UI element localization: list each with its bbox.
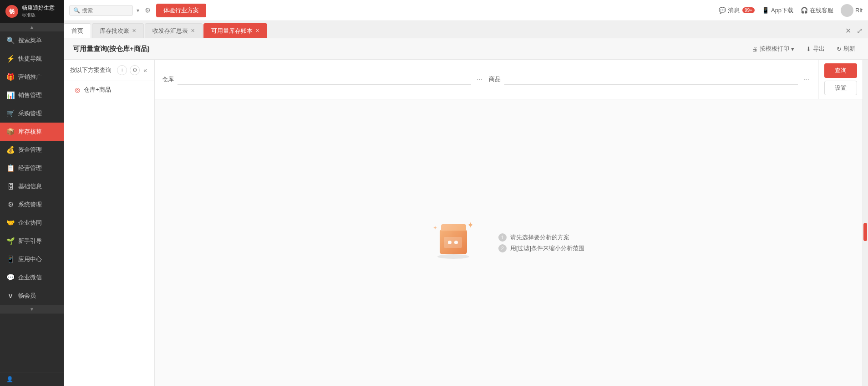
sidebar-item-basic[interactable]: 🗄 基础信息 <box>0 177 64 196</box>
hint-number-1: 1 <box>498 233 507 242</box>
sidebar-item-label: 销售管理 <box>18 91 42 99</box>
sidebar-item-search[interactable]: 🔍 搜索菜单 <box>0 31 64 50</box>
filter-item-warehouse-goods[interactable]: ◎ 仓库+商品 <box>64 81 154 98</box>
export-button[interactable]: ⬇ 导出 <box>802 43 828 55</box>
tab-expand-button[interactable]: ⤢ <box>855 26 864 36</box>
app-download-button[interactable]: 📱 App下载 <box>762 6 793 15</box>
sidebar-item-label: 采购管理 <box>18 109 42 118</box>
sidebar-footer: 👤 <box>0 372 64 386</box>
sidebar-item-purchase[interactable]: 🛒 采购管理 <box>0 104 64 123</box>
filters-right: 查询 设置 <box>818 60 863 99</box>
topbar-gear-icon[interactable]: ⚙ <box>143 5 152 16</box>
goods-input[interactable] <box>504 74 798 85</box>
tabs-bar: 首页 库存批次账 ✕ 收发存汇总表 ✕ 可用量库存账本 ✕ ✕ ⤢ <box>64 21 868 38</box>
tab-available-ledger-label: 可用量库存账本 <box>211 27 253 35</box>
export-label: 导出 <box>813 45 825 53</box>
newbie-icon: 🌱 <box>6 237 15 245</box>
tab-available-ledger[interactable]: 可用量库存账本 ✕ <box>203 23 267 38</box>
page-header-actions: 🖨 按模板打印 ▾ ⬇ 导出 ↻ 刷新 <box>748 43 859 55</box>
sidebar-subtitle: 标准版 <box>22 12 55 18</box>
sidebar-title: 畅康通好生意 <box>22 5 55 12</box>
warehouse-more-icon[interactable]: ··· <box>475 75 484 83</box>
tab-home-label: 首页 <box>71 27 83 35</box>
sidebar-item-label: 经营管理 <box>18 164 42 172</box>
add-scheme-button[interactable]: + <box>117 65 127 75</box>
print-button[interactable]: 🖨 按模板打印 ▾ <box>748 43 798 55</box>
settings-button[interactable]: 设置 <box>824 81 857 95</box>
sidebar-footer-icon: 👤 <box>6 376 13 382</box>
sidebar-item-label: 库存核算 <box>18 128 42 136</box>
sidebar-item-member[interactable]: V 畅会员 <box>0 287 64 305</box>
filter-item-label: 仓库+商品 <box>84 86 111 94</box>
message-button[interactable]: 💬 消息 99+ <box>719 6 755 15</box>
warehouse-field: 仓库 ··· <box>162 74 484 85</box>
enterprise-icon: 🤝 <box>6 219 15 227</box>
search-icon: 🔍 <box>6 36 15 45</box>
tab-receipt-summary-close[interactable]: ✕ <box>191 28 195 34</box>
sidebar-scroll-down[interactable]: ▼ <box>0 305 64 314</box>
wechat-icon: 💬 <box>6 273 15 282</box>
query-button[interactable]: 查询 <box>824 63 857 78</box>
sidebar-item-label: 快捷导航 <box>18 55 42 63</box>
sidebar-item-shortcut[interactable]: ⚡ 快捷导航 <box>0 50 64 68</box>
warehouse-input[interactable] <box>178 74 471 85</box>
sidebar-item-marketing[interactable]: 🎁 营销推广 <box>0 68 64 86</box>
empty-state-container: ✦ ✦ 1 请先选择要分析的方案 2 用[过滤]条件来缩小分析范围 <box>155 99 863 386</box>
sidebar-item-operations[interactable]: 📋 经营管理 <box>0 159 64 177</box>
filter-panel-icons: + ⚙ « <box>117 65 148 75</box>
settings-scheme-button[interactable]: ⚙ <box>130 65 140 75</box>
sidebar-item-label: 企业微信 <box>18 273 42 282</box>
member-icon: V <box>6 293 15 299</box>
sidebar-item-sales[interactable]: 📊 销售管理 <box>0 86 64 104</box>
purchase-icon: 🛒 <box>6 109 15 118</box>
sidebar-item-enterprise[interactable]: 🤝 企业协同 <box>0 214 64 232</box>
right-scrollbar[interactable] <box>863 60 868 386</box>
topbar-search[interactable]: 🔍 <box>69 5 133 16</box>
scrollbar-thumb[interactable] <box>863 223 867 241</box>
message-badge: 99+ <box>742 7 755 13</box>
filters-left: 仓库 ··· 商品 ··· <box>155 60 818 99</box>
sidebar-item-newbie[interactable]: 🌱 新手引导 <box>0 232 64 250</box>
sidebar-item-label: 企业协同 <box>18 219 42 227</box>
tab-batch-ledger-close[interactable]: ✕ <box>132 28 136 34</box>
sidebar-item-label: 基础信息 <box>18 182 42 190</box>
apps-icon: 📱 <box>6 255 15 263</box>
sidebar-item-label: 资金管理 <box>18 146 42 154</box>
tab-receipt-summary[interactable]: 收发存汇总表 ✕ <box>145 23 203 38</box>
system-icon: ⚙ <box>6 201 15 209</box>
tabs-actions: ✕ ⤢ <box>843 26 868 38</box>
user-menu[interactable]: Rit <box>841 4 863 17</box>
print-label: 按模板打印 <box>760 45 789 53</box>
sidebar-item-system[interactable]: ⚙ 系统管理 <box>0 196 64 214</box>
sidebar-scroll-up[interactable]: ▲ <box>0 23 64 31</box>
topbar-chevron-icon[interactable]: ▾ <box>137 7 139 14</box>
sidebar-item-wechat[interactable]: 💬 企业微信 <box>0 268 64 287</box>
collapse-panel-button[interactable]: « <box>142 66 148 75</box>
goods-more-icon[interactable]: ··· <box>802 75 811 83</box>
solution-button[interactable]: 体验行业方案 <box>156 4 206 17</box>
tab-home[interactable]: 首页 <box>64 23 91 38</box>
online-service-button[interactable]: 🎧 在线客服 <box>801 6 833 15</box>
search-input[interactable] <box>82 7 118 14</box>
tab-receipt-summary-label: 收发存汇总表 <box>152 27 188 35</box>
sidebar-item-inventory[interactable]: 📦 库存核算 <box>0 123 64 141</box>
page-header: 可用量查询(按仓库+商品) 🖨 按模板打印 ▾ ⬇ 导出 ↻ 刷新 <box>64 38 868 60</box>
refresh-button[interactable]: ↻ 刷新 <box>833 43 859 55</box>
message-label: 消息 <box>728 6 740 15</box>
empty-hint: 1 请先选择要分析的方案 2 用[过滤]条件来缩小分析范围 <box>498 233 584 252</box>
operations-icon: 📋 <box>6 164 15 172</box>
export-icon: ⬇ <box>806 46 811 52</box>
tab-close-button[interactable]: ✕ <box>843 26 853 36</box>
sidebar-item-apps[interactable]: 📱 应用中心 <box>0 250 64 268</box>
tab-available-ledger-close[interactable]: ✕ <box>255 28 259 34</box>
basic-icon: 🗄 <box>6 183 15 190</box>
tab-batch-ledger[interactable]: 库存批次账 ✕ <box>92 23 144 38</box>
goods-label: 商品 <box>489 75 501 83</box>
app-download-label: App下载 <box>771 6 793 15</box>
inventory-icon: 📦 <box>6 128 15 136</box>
marketing-icon: 🎁 <box>6 73 15 81</box>
sidebar-item-finance[interactable]: 💰 资金管理 <box>0 141 64 159</box>
app-icon: 📱 <box>762 7 769 14</box>
sidebar-logo: 畅 <box>5 5 18 18</box>
sidebar-title-group: 畅康通好生意 标准版 <box>22 5 55 18</box>
